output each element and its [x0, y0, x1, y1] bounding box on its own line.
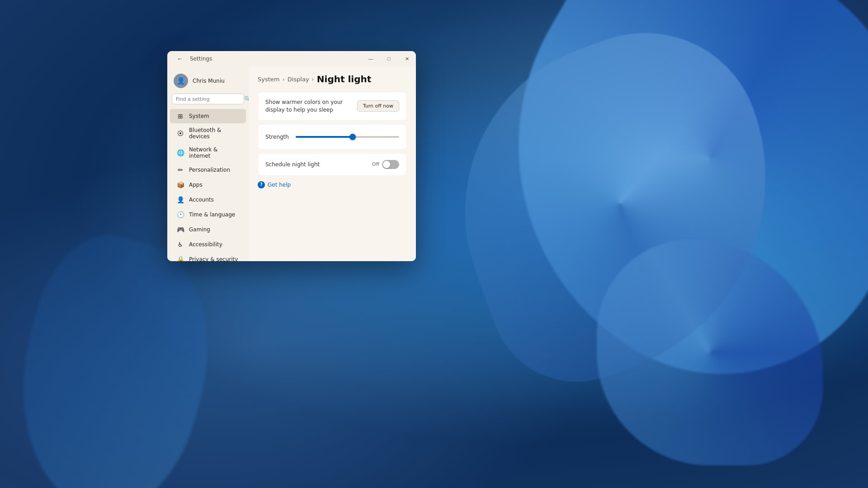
back-icon: ←	[177, 55, 183, 62]
warm-colors-card: Show warmer colors on your display to he…	[258, 92, 407, 121]
schedule-toggle[interactable]	[382, 160, 399, 169]
sidebar-item-time[interactable]: 🕐 Time & language	[170, 207, 246, 222]
breadcrumb-sep-2: ›	[312, 76, 314, 83]
toggle-wrap: Off	[372, 160, 399, 169]
avatar-icon: 👤	[177, 77, 185, 85]
breadcrumb-display[interactable]: Display	[288, 76, 309, 83]
privacy-icon: 🔒	[176, 255, 184, 261]
sidebar-item-personalization-label: Personalization	[189, 167, 230, 173]
sidebar-item-network[interactable]: 🌐 Network & internet	[170, 143, 246, 162]
search-input[interactable]	[176, 96, 241, 102]
window-title: Settings	[190, 56, 212, 62]
sidebar-item-gaming-label: Gaming	[189, 226, 210, 233]
user-profile: 👤 Chris Muniu	[167, 70, 249, 94]
get-help-link[interactable]: ? Get help	[258, 181, 407, 188]
sidebar-item-privacy-label: Privacy & security	[189, 256, 238, 261]
sidebar-item-accessibility-label: Accessibility	[189, 241, 222, 248]
settings-window: ← Settings — □ ✕ 👤 Chris Muniu 🔍	[167, 51, 416, 261]
back-button[interactable]: ←	[174, 52, 186, 65]
breadcrumb-nightlight: Night light	[317, 74, 372, 84]
window-body: 👤 Chris Muniu 🔍 ⊞ System ⦿ Bluetooth & d…	[167, 66, 416, 261]
sidebar-item-apps[interactable]: 📦 Apps	[170, 178, 246, 192]
sidebar-item-gaming[interactable]: 🎮 Gaming	[170, 222, 246, 237]
accessibility-icon: ♿	[176, 240, 184, 249]
apps-icon: 📦	[176, 181, 184, 189]
help-icon: ?	[258, 181, 265, 188]
get-help-label: Get help	[268, 182, 291, 188]
avatar: 👤	[174, 74, 188, 88]
sidebar-item-network-label: Network & internet	[189, 146, 240, 159]
sidebar-item-bluetooth[interactable]: ⦿ Bluetooth & devices	[170, 124, 246, 143]
title-bar-left: ← Settings	[174, 52, 362, 65]
toggle-state-label: Off	[372, 161, 379, 167]
turn-off-button[interactable]: Turn off now	[357, 100, 399, 112]
sidebar-item-privacy[interactable]: 🔒 Privacy & security	[170, 252, 246, 261]
title-bar: ← Settings — □ ✕	[167, 51, 416, 66]
minimize-button[interactable]: —	[362, 51, 380, 66]
strength-label: Strength	[265, 134, 290, 140]
search-icon: 🔍	[244, 96, 249, 102]
main-content: System › Display › Night light Show warm…	[249, 66, 416, 261]
breadcrumb-sep-1: ›	[282, 76, 284, 83]
username: Chris Muniu	[193, 78, 225, 84]
sidebar-item-bluetooth-label: Bluetooth & devices	[189, 127, 240, 140]
strength-slider[interactable]	[296, 136, 399, 138]
network-icon: 🌐	[176, 149, 184, 157]
window-controls: — □ ✕	[362, 51, 416, 66]
system-icon: ⊞	[176, 112, 184, 120]
close-button[interactable]: ✕	[398, 51, 416, 66]
schedule-row: Schedule night light Off	[265, 160, 399, 169]
personalization-icon: ✏️	[176, 166, 184, 174]
sidebar-item-accounts[interactable]: 👤 Accounts	[170, 192, 246, 207]
warm-colors-description: Show warmer colors on your display to he…	[265, 99, 356, 114]
gaming-icon: 🎮	[176, 225, 184, 234]
schedule-card: Schedule night light Off	[258, 153, 407, 176]
maximize-button[interactable]: □	[380, 51, 398, 66]
strength-card: Strength	[258, 124, 407, 150]
bluetooth-icon: ⦿	[176, 129, 184, 137]
desktop-wallpaper	[0, 0, 868, 488]
accounts-icon: 👤	[176, 196, 184, 204]
sidebar: 👤 Chris Muniu 🔍 ⊞ System ⦿ Bluetooth & d…	[167, 66, 249, 261]
sidebar-item-apps-label: Apps	[189, 182, 203, 188]
strength-row: Strength	[265, 131, 399, 143]
warm-colors-row: Show warmer colors on your display to he…	[265, 99, 399, 114]
nav-items: ⊞ System ⦿ Bluetooth & devices 🌐 Network…	[167, 109, 249, 261]
sidebar-item-time-label: Time & language	[189, 211, 235, 218]
sidebar-item-personalization[interactable]: ✏️ Personalization	[170, 163, 246, 177]
sidebar-item-system-label: System	[189, 113, 209, 119]
sidebar-item-accounts-label: Accounts	[189, 197, 214, 203]
breadcrumb-system[interactable]: System	[258, 76, 279, 83]
sidebar-item-accessibility[interactable]: ♿ Accessibility	[170, 237, 246, 252]
schedule-label: Schedule night light	[265, 161, 320, 168]
breadcrumb: System › Display › Night light	[258, 74, 407, 84]
sidebar-item-system[interactable]: ⊞ System	[170, 109, 246, 123]
search-box[interactable]: 🔍	[172, 94, 244, 104]
time-icon: 🕐	[176, 211, 184, 219]
slider-thumb	[349, 134, 356, 140]
